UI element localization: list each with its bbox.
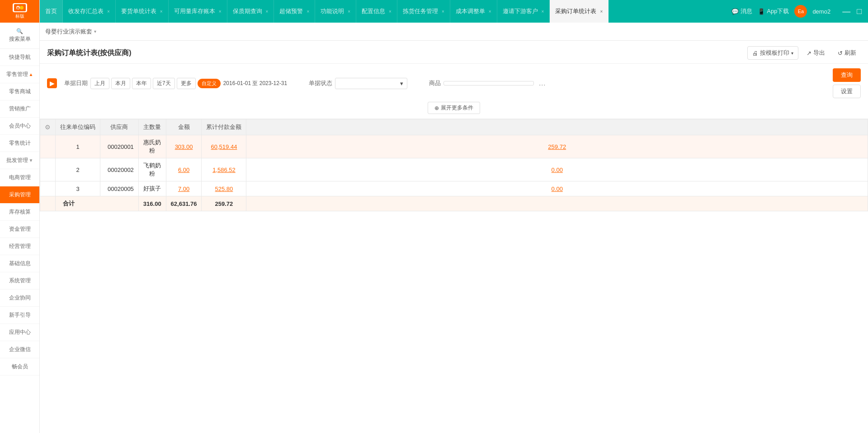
- tab-chaochU-close[interactable]: ×: [307, 9, 309, 14]
- filter-toggle-button[interactable]: ▶: [47, 78, 57, 88]
- tab-gongneng-close[interactable]: ×: [348, 9, 350, 14]
- sidebar-item-appcenter[interactable]: 应用中心: [0, 324, 39, 341]
- gear-icon[interactable]: ⚙: [45, 124, 51, 131]
- topnav: 首页 收发存汇总表 × 要货单统计表 × 可用量库存账本 × 保质期查询 × 超…: [40, 0, 868, 23]
- status-filter-label: 单据状态: [309, 79, 332, 87]
- tab-caigou-close[interactable]: ×: [600, 9, 603, 14]
- topnav-tabs: 首页 收发存汇总表 × 要货单统计表 × 可用量库存账本 × 保质期查询 × 超…: [40, 0, 731, 23]
- tab-home-label: 首页: [45, 7, 57, 15]
- goods-input[interactable]: [443, 81, 534, 86]
- tab-yaoqing[interactable]: 邀请下游客户 ×: [497, 0, 550, 23]
- minimize-button[interactable]: —: [840, 5, 853, 18]
- sidebar-item-purchase[interactable]: 采购管理: [0, 186, 39, 204]
- workspace-arrow-icon: ▾: [94, 29, 96, 34]
- tab-tuohuo[interactable]: 拣货任务管理 ×: [397, 0, 450, 23]
- cell-paid-0[interactable]: 259.72: [246, 135, 868, 158]
- date-btn-7days[interactable]: 近7天: [153, 78, 175, 89]
- base-label: 基础信息: [9, 260, 31, 267]
- tab-chaochU[interactable]: 超储预警 ×: [274, 0, 315, 23]
- cell-paid-1[interactable]: 0.00: [246, 158, 868, 181]
- tab-peizhi-close[interactable]: ×: [389, 9, 392, 14]
- purchase-label: 采购管理: [9, 191, 31, 199]
- tab-tuohuo-close[interactable]: ×: [442, 9, 444, 14]
- maximize-button[interactable]: □: [854, 5, 864, 18]
- message-btn[interactable]: 💬 消息: [731, 7, 752, 15]
- tab-yaohuo-close[interactable]: ×: [160, 9, 163, 14]
- setting-button[interactable]: 设置: [833, 85, 861, 98]
- cell-code-1: 00020002: [100, 158, 139, 181]
- tab-baozhi-label: 保质期查询: [233, 7, 262, 15]
- sidebar-item-retail-stat[interactable]: 零售统计: [0, 135, 39, 152]
- tab-yaoqing-close[interactable]: ×: [542, 9, 544, 14]
- tab-yaoqing-label: 邀请下游客户: [503, 7, 538, 15]
- sidebar-item-marketing[interactable]: 营销推广: [0, 100, 39, 118]
- sidebar-item-base[interactable]: 基础信息: [0, 255, 39, 272]
- page-content: 采购订单统计表(按供应商) 🖨 按模板打印 ▾ ↗ 导出 ↺ 刷新: [40, 41, 868, 433]
- sidebar-item-inventory[interactable]: 库存核算: [0, 204, 39, 221]
- user-avatar[interactable]: Ea: [794, 5, 807, 18]
- sidebar-item-member2[interactable]: 畅会员: [0, 358, 39, 376]
- cell-amount-0[interactable]: 60,519.44: [202, 135, 246, 158]
- sidebar-item-system[interactable]: 系统管理: [0, 272, 39, 290]
- cell-qty-1[interactable]: 6.00: [166, 158, 202, 181]
- workspace-selector[interactable]: 母婴行业演示账套 ▾: [45, 28, 96, 36]
- table-row: 1 00020001 惠氏奶粉 303.00 60,519.44 259.72: [40, 135, 868, 158]
- sidebar-item-retail-mall[interactable]: 零售商城: [0, 83, 39, 100]
- sidebar-item-finance[interactable]: 资金管理: [0, 221, 39, 238]
- date-btn-custom[interactable]: 自定义: [198, 79, 221, 88]
- sidebar-item-retail[interactable]: 零售管理 ▲: [0, 66, 39, 83]
- date-btn-this-year[interactable]: 本年: [132, 78, 151, 89]
- tab-gongneng[interactable]: 功能说明 ×: [315, 0, 356, 23]
- retail-arrow-icon: ▲: [29, 72, 33, 77]
- cell-qty-0[interactable]: 303.00: [166, 135, 202, 158]
- message-label: 消息: [741, 7, 752, 15]
- sidebar-item-newbie[interactable]: 新手引导: [0, 307, 39, 324]
- sidebar-item-quick-nav[interactable]: 快捷导航: [0, 49, 39, 66]
- username-label[interactable]: demo2: [812, 8, 830, 15]
- app-download-btn[interactable]: 📱 App下载: [758, 7, 789, 15]
- sidebar-item-wholesale[interactable]: 批发管理 ▼: [0, 152, 39, 169]
- table-row: 2 00020002 飞鹤奶粉 6.00 1,586.52 0.00: [40, 158, 868, 181]
- export-button[interactable]: ↗ 导出: [802, 47, 830, 59]
- date-btn-last-month[interactable]: 上月: [90, 78, 109, 89]
- tab-home[interactable]: 首页: [40, 0, 63, 23]
- template-print-button[interactable]: 🖨 按模板打印 ▾: [747, 46, 798, 60]
- search-menu-button[interactable]: 🔍 搜索菜单: [3, 26, 37, 45]
- tab-chengben-label: 成本调整单: [456, 7, 485, 15]
- tab-shoufa[interactable]: 收发存汇总表 ×: [63, 0, 116, 23]
- ecommerce-label: 电商管理: [9, 174, 31, 181]
- query-button[interactable]: 查询: [833, 68, 861, 82]
- tab-shoufa-close[interactable]: ×: [107, 9, 110, 14]
- cell-amount-2[interactable]: 525.80: [202, 181, 246, 196]
- tab-caigou[interactable]: 采购订单统计表 ×: [550, 0, 609, 23]
- sidebar-item-member[interactable]: 会员中心: [0, 118, 39, 135]
- tab-chengben-close[interactable]: ×: [489, 9, 491, 14]
- sidebar-item-corpwx[interactable]: 企业微信: [0, 341, 39, 358]
- cell-amount-1[interactable]: 1,586.52: [202, 158, 246, 181]
- sidebar-item-ops[interactable]: 经营管理: [0, 238, 39, 255]
- table-footer-row: 合计 316.00 62,631.76 259.72: [40, 196, 868, 211]
- date-btn-more[interactable]: 更多: [177, 78, 196, 89]
- goods-more-icon[interactable]: …: [537, 79, 547, 87]
- tab-peizhi[interactable]: 配置信息 ×: [356, 0, 397, 23]
- sidebar-search-area[interactable]: 🔍 搜索菜单: [0, 23, 39, 49]
- sidebar-item-enterprise[interactable]: 企业协同: [0, 290, 39, 307]
- tab-baozhi[interactable]: 保质期查询 ×: [227, 0, 274, 23]
- search-icon: 🔍: [16, 28, 23, 34]
- tab-yaohuo[interactable]: 要货单统计表 ×: [116, 0, 169, 23]
- tab-kucun-close[interactable]: ×: [219, 9, 222, 14]
- tab-baozhi-close[interactable]: ×: [266, 9, 269, 14]
- col-header-extra: [246, 119, 868, 135]
- cell-paid-2[interactable]: 0.00: [246, 181, 868, 196]
- expand-more-button[interactable]: ⊕ 展开更多条件: [428, 102, 480, 114]
- refresh-button[interactable]: ↺ 刷新: [833, 47, 861, 59]
- print-dropdown-icon: ▾: [791, 51, 793, 56]
- tab-kucun[interactable]: 可用量库存账本 ×: [169, 0, 227, 23]
- tab-gongneng-label: 功能说明: [321, 7, 344, 15]
- cell-qty-2[interactable]: 7.00: [166, 181, 202, 196]
- page-actions: 🖨 按模板打印 ▾ ↗ 导出 ↺ 刷新: [747, 46, 861, 60]
- date-btn-this-month[interactable]: 本月: [111, 78, 130, 89]
- tab-chengben[interactable]: 成本调整单 ×: [450, 0, 497, 23]
- status-select[interactable]: ▾: [335, 78, 407, 89]
- sidebar-item-ecommerce[interactable]: 电商管理: [0, 169, 39, 186]
